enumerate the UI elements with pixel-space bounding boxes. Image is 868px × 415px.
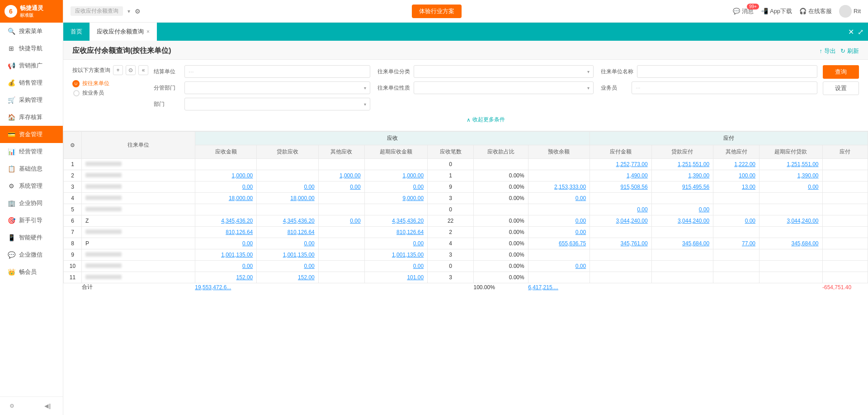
topbar-gear-icon[interactable]: ⚙ xyxy=(135,8,141,15)
col-recv-other: 其他应收 xyxy=(318,145,364,159)
message-button[interactable]: 💬 消息 99+ xyxy=(733,7,754,15)
sidebar-item-label: 搜索菜单 xyxy=(19,27,42,35)
sidebar-item-finance[interactable]: 💳 资金管理 xyxy=(0,126,63,143)
sidebar-item-inventory[interactable]: 🏠 库存核算 xyxy=(0,109,63,126)
tab-close-window-icon[interactable]: ✕ xyxy=(848,28,854,36)
sidebar-item-sales[interactable]: 💰 销售管理 xyxy=(0,74,63,91)
search-icon: 🔍 xyxy=(7,27,15,35)
chevron-up-icon: ∧ xyxy=(467,117,471,123)
col-recv-amount: 应收金额 xyxy=(195,145,256,159)
dept-label: 部门 xyxy=(154,100,181,108)
query-buttons: 查询 设置 xyxy=(823,65,859,125)
basic-icon: 📋 xyxy=(7,165,15,173)
user-name: Rit xyxy=(854,8,861,14)
collapse-sidebar-icon[interactable]: ◀‖ xyxy=(43,401,52,410)
app-download-button[interactable]: 📲 App下载 xyxy=(761,7,792,15)
scheme-unit-icon: U xyxy=(72,80,80,87)
operations-icon: 📊 xyxy=(7,148,15,156)
logo-icon: 6 xyxy=(5,5,17,18)
sidebar-item-marketing[interactable]: 📢 营销推广 xyxy=(0,57,63,74)
filter-row-dept: 部门 ▾ xyxy=(154,98,370,110)
sidebar-item-guide[interactable]: 🎯 新手引导 xyxy=(0,212,63,229)
topbar-breadcrumb: 应收应付余额查询 xyxy=(71,6,123,16)
tab-query-label: 应收应付余额查询 xyxy=(97,28,144,36)
sidebar-item-operations[interactable]: 📊 经营管理 xyxy=(0,143,63,160)
col-header-name: 往来单位 xyxy=(82,132,195,159)
home-icon: ⊞ xyxy=(7,44,15,52)
sidebar-item-label: 智能硬件 xyxy=(19,234,42,242)
total-recv-amount: 19,553,472.6... xyxy=(195,283,256,291)
sidebar-item-member[interactable]: 👑 畅会员 xyxy=(0,263,63,281)
filter-title: 按以下方案查询 xyxy=(72,67,110,74)
table-row: 6Z4,345,436.204,345,436.200.004,345,436.… xyxy=(64,215,868,227)
unit-category-input[interactable]: ▾ xyxy=(414,65,594,78)
scheme-staff-radio xyxy=(73,90,80,96)
page-title: 应收应付余额查询(按往来单位) xyxy=(72,46,171,56)
filter-fields: 结算单位 ··· 往来单位分类 ▾ xyxy=(154,65,817,125)
tab-close-icon[interactable]: × xyxy=(146,29,150,35)
unit-name-input[interactable] xyxy=(637,65,817,78)
salesperson-label: 业务员 xyxy=(601,84,628,92)
sidebar-item-enterprise[interactable]: 🏢 企业协同 xyxy=(0,195,63,212)
sidebar-item-basic[interactable]: 📋 基础信息 xyxy=(0,160,63,177)
online-service-button[interactable]: 🎧 在线客服 xyxy=(799,7,832,15)
query-button[interactable]: 查询 xyxy=(823,65,859,79)
guide-icon: 🎯 xyxy=(7,216,15,224)
topbar-dropdown-arrow[interactable]: ▾ xyxy=(127,8,130,14)
system-icon: ⚙ xyxy=(7,182,15,190)
tab-home[interactable]: 首页 xyxy=(63,23,90,41)
solution-button[interactable]: 体验行业方案 xyxy=(412,5,462,18)
sidebar-item-system[interactable]: ⚙ 系统管理 xyxy=(0,177,63,195)
service-icon: 🎧 xyxy=(799,8,807,14)
sidebar-item-label: 营销推广 xyxy=(19,62,42,70)
dept-input[interactable]: ▾ xyxy=(184,98,370,110)
col-header-settings[interactable]: ⚙ xyxy=(64,132,82,159)
total-index xyxy=(64,283,82,291)
col-recv-ratio: 应收款占比 xyxy=(474,145,528,159)
sidebar-item-quick[interactable]: ⊞ 快捷导航 xyxy=(0,40,63,57)
filter-collapse-button[interactable]: ∧ 收起更多条件 xyxy=(154,114,817,125)
unit-nature-input[interactable]: ▾ xyxy=(414,81,594,94)
sidebar-item-hardware[interactable]: 📱 智能硬件 xyxy=(0,229,63,246)
sidebar-item-wechat[interactable]: 💬 企业微信 xyxy=(0,246,63,263)
settings-footer-icon[interactable]: ⚙ xyxy=(7,401,16,410)
sidebar-item-search[interactable]: 🔍 搜索菜单 xyxy=(0,23,63,40)
filter-row-settlement: 结算单位 ··· xyxy=(154,65,370,78)
topbar-left: 应收应付余额查询 ▾ ⚙ xyxy=(71,6,141,16)
topbar-right: 💬 消息 99+ 📲 App下载 🎧 在线客服 Rit xyxy=(733,5,861,18)
col-recv-loan: 贷款应收 xyxy=(257,145,318,159)
sidebar-item-label: 企业协同 xyxy=(19,199,42,207)
tab-maximize-icon[interactable]: ⤢ xyxy=(858,28,863,36)
filter-add-icon[interactable]: + xyxy=(113,65,123,75)
unit-category-arrow-icon: ▾ xyxy=(587,69,590,74)
total-pre-balance: 6,417,215.... xyxy=(528,283,590,291)
table-row: 7810,126.64810,126.64810,126.6420.00%0.0… xyxy=(64,227,868,238)
settings-button[interactable]: 设置 xyxy=(823,81,859,95)
unit-name-label: 往来单位名称 xyxy=(601,68,633,76)
filter-settings-icon[interactable]: ⊙ xyxy=(126,65,136,75)
department-input[interactable]: ▾ xyxy=(184,81,370,94)
table-settings-icon[interactable]: ⚙ xyxy=(70,142,75,148)
refresh-icon: ↻ xyxy=(840,48,845,54)
tab-query[interactable]: 应收应付余额查询 × xyxy=(90,23,157,41)
settlement-input[interactable]: ··· xyxy=(184,65,370,78)
salesperson-input[interactable]: ··· xyxy=(632,81,817,94)
hardware-icon: 📱 xyxy=(7,234,15,242)
user-info[interactable]: Rit xyxy=(839,5,861,18)
settlement-dots-icon: ··· xyxy=(189,68,194,75)
message-badge: 99+ xyxy=(747,4,759,10)
export-icon: ↑ xyxy=(820,48,823,54)
col-recv-overdue: 超期应收金额 xyxy=(364,145,428,159)
member-icon: 👑 xyxy=(7,268,15,276)
scheme-by-unit[interactable]: U 按往来单位 xyxy=(72,80,148,87)
scheme-by-staff[interactable]: 按业务员 xyxy=(73,89,148,97)
dept-arrow-icon: ▾ xyxy=(364,102,366,107)
sidebar-item-purchase[interactable]: 🛒 采购管理 xyxy=(0,91,63,109)
refresh-button[interactable]: ↻ 刷新 xyxy=(840,47,859,55)
filter-collapse-icon[interactable]: « xyxy=(138,65,148,75)
export-button[interactable]: ↑ 导出 xyxy=(820,47,836,55)
wechat-icon: 💬 xyxy=(7,251,15,259)
app-label: App下载 xyxy=(770,7,792,15)
col-pay-other: 其他应付 xyxy=(713,145,760,159)
sidebar-item-label: 资金管理 xyxy=(19,130,42,138)
